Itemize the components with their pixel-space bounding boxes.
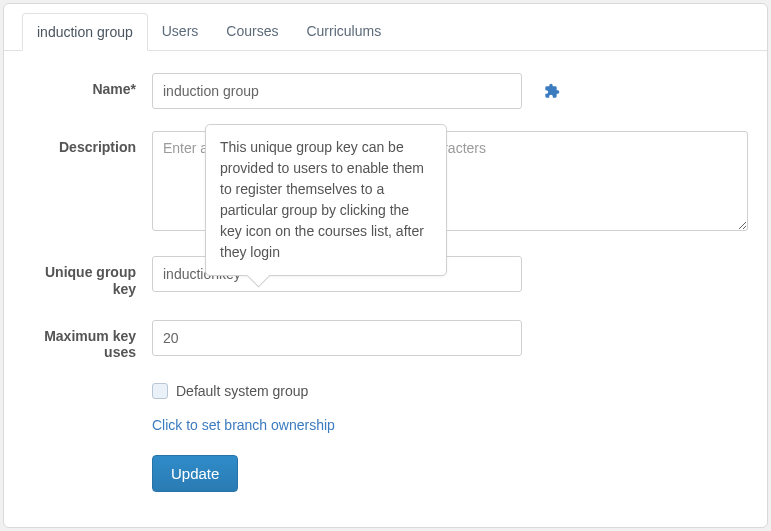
name-label: Name* bbox=[22, 73, 152, 98]
tab-curriculums[interactable]: Curriculums bbox=[292, 13, 395, 51]
max-uses-label: Maximum key uses bbox=[22, 320, 152, 362]
tooltip-text: This unique group key can be provided to… bbox=[220, 139, 424, 260]
name-input[interactable] bbox=[152, 73, 522, 109]
branch-ownership-link[interactable]: Click to set branch ownership bbox=[152, 417, 335, 433]
group-form: Name* Description Unique group key Maxim… bbox=[4, 51, 767, 510]
default-group-checkbox[interactable] bbox=[152, 383, 168, 399]
max-uses-input[interactable] bbox=[152, 320, 522, 356]
tab-bar: induction group Users Courses Curriculum… bbox=[4, 12, 767, 51]
group-edit-panel: induction group Users Courses Curriculum… bbox=[3, 3, 768, 528]
update-button[interactable]: Update bbox=[152, 455, 238, 492]
description-label: Description bbox=[22, 131, 152, 156]
puzzle-icon[interactable] bbox=[544, 83, 560, 102]
tab-users[interactable]: Users bbox=[148, 13, 213, 51]
unique-key-label: Unique group key bbox=[22, 256, 152, 298]
unique-key-tooltip: This unique group key can be provided to… bbox=[205, 124, 447, 276]
tab-courses[interactable]: Courses bbox=[212, 13, 292, 51]
default-group-label: Default system group bbox=[176, 383, 308, 399]
tab-induction-group[interactable]: induction group bbox=[22, 13, 148, 51]
